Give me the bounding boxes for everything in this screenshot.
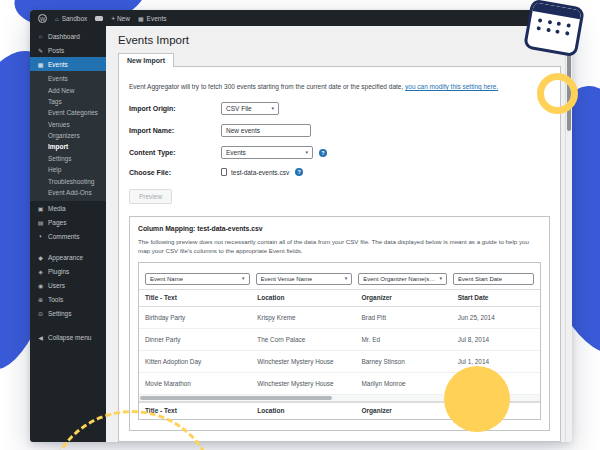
import-tabs: New Import <box>118 52 565 66</box>
sidebar-item-pages[interactable]: Pages <box>30 215 106 229</box>
sidebar-item-label: Appearance <box>48 254 83 261</box>
cell-title: Birthday Party <box>139 307 251 328</box>
site-name: Sandbox <box>62 15 88 22</box>
content-type-value: Events <box>226 149 246 156</box>
import-name-row: Import Name: <box>129 124 550 137</box>
content-type-select[interactable]: Events <box>221 146 313 159</box>
tab-new-import[interactable]: New Import <box>118 53 174 67</box>
column-select-value: Event Venue Name <box>261 276 313 282</box>
submenu-item-settings[interactable]: Settings <box>30 153 106 164</box>
submenu-item-events[interactable]: Events <box>30 73 106 84</box>
choose-file-label: Choose File: <box>129 169 215 176</box>
sidebar-item-tools[interactable]: Tools <box>30 292 106 306</box>
page-background: Sandbox + New Events den Da <box>0 0 600 450</box>
comments-bubble-icon[interactable] <box>95 16 103 21</box>
import-name-label: Import Name: <box>129 127 215 134</box>
import-name-input[interactable] <box>221 124 311 137</box>
content-type-row: Content Type: Events <box>129 146 550 159</box>
column-select-value: Event Start Date <box>458 276 502 282</box>
sidebar-item-plugins[interactable]: Plugins <box>30 264 106 278</box>
sidebar-item-events[interactable]: Events <box>30 57 106 71</box>
cell-organizer: Mr. Ed <box>356 329 452 350</box>
column-header: Organizer <box>356 403 452 419</box>
import-origin-label: Import Origin: <box>129 105 215 112</box>
home-icon <box>55 15 59 22</box>
column-select-1[interactable]: Event Name <box>145 273 250 285</box>
admin-sidebar: Dashboard Posts Events Events Add New Ta… <box>30 26 106 442</box>
submenu-item-help[interactable]: Help <box>30 164 106 175</box>
table-row: Birthday Party Krispy Kreme Brad Pitt Ju… <box>139 307 540 329</box>
posts-icon <box>37 47 44 54</box>
cell-title: Dinner Party <box>139 329 251 350</box>
collapse-icon <box>37 334 44 341</box>
fetch-limit-notice: Event Aggregator will try to fetch 300 e… <box>129 83 550 90</box>
decor-yellow-ring <box>537 73 578 114</box>
column-header: Title - Text <box>139 290 251 306</box>
sidebar-item-media[interactable]: Media <box>30 201 106 215</box>
cell-start-date: Jun 25, 2014 <box>452 307 540 328</box>
column-select-value: Event Name <box>150 276 183 282</box>
column-header: Start Date <box>452 290 540 306</box>
submenu-item-troubleshooting[interactable]: Troubleshooting <box>30 175 106 186</box>
column-select-3[interactable]: Event Organizer Name(s) or ID(s) <box>358 273 447 285</box>
dashboard-icon <box>37 33 44 39</box>
cell-title: Movie Marathon <box>139 373 251 394</box>
events-label: Events <box>147 15 167 22</box>
modify-setting-link[interactable]: you can modify this setting here. <box>405 83 498 90</box>
chevron-down-icon <box>345 276 348 281</box>
calendar-doodle <box>523 0 585 57</box>
help-icon[interactable] <box>319 149 327 157</box>
choose-file-row: Choose File: test-data-events.csv <box>129 168 550 176</box>
horizontal-scrollbar-thumb[interactable] <box>140 396 332 400</box>
import-origin-select[interactable]: CSV File <box>221 102 279 115</box>
sidebar-item-label: Media <box>48 205 66 212</box>
sidebar-item-label: Comments <box>48 233 79 240</box>
comments-icon <box>37 233 44 239</box>
plugins-icon <box>37 268 44 275</box>
preview-button[interactable]: Preview <box>129 189 172 204</box>
site-name-menu[interactable]: Sandbox <box>55 15 87 22</box>
cell-location: Krispy Kreme <box>251 307 355 328</box>
wordpress-logo-icon[interactable] <box>38 14 47 23</box>
column-header: Organizer <box>356 290 452 306</box>
new-content-menu[interactable]: + New <box>111 15 130 22</box>
category-select[interactable]: No Additional Categories <box>260 441 362 442</box>
submenu-item-add-new[interactable]: Add New <box>30 84 106 95</box>
settings-icon <box>37 310 44 317</box>
sidebar-item-posts[interactable]: Posts <box>30 43 106 57</box>
submenu-item-event-categories[interactable]: Event Categories <box>30 107 106 118</box>
sidebar-item-comments[interactable]: Comments <box>30 229 106 243</box>
submenu-item-event-add-ons[interactable]: Event Add-Ons <box>30 187 106 198</box>
sidebar-item-appearance[interactable]: Appearance <box>30 250 106 264</box>
collapse-menu-button[interactable]: Collapse menu <box>30 330 106 344</box>
events-admin-menu[interactable]: Events <box>138 15 167 22</box>
sidebar-item-dashboard[interactable]: Dashboard <box>30 29 106 43</box>
sidebar-item-settings[interactable]: Settings <box>30 306 106 320</box>
submenu-item-import[interactable]: Import <box>30 141 106 152</box>
import-origin-row: Import Origin: CSV File <box>129 102 550 115</box>
column-mapping-description: The following preview does not necessari… <box>138 237 541 256</box>
admin-bar: Sandbox + New Events den <box>30 10 572 26</box>
sidebar-item-users[interactable]: Users <box>30 278 106 292</box>
cell-location: Winchester Mystery House <box>251 373 355 394</box>
submenu-item-organizers[interactable]: Organizers <box>30 130 106 141</box>
tools-icon <box>37 296 44 303</box>
help-icon[interactable] <box>295 168 303 176</box>
cell-start-date: Jul 8, 2014 <box>452 329 540 350</box>
chevron-down-icon <box>271 106 274 111</box>
appearance-icon <box>37 254 44 261</box>
cell-organizer: Brad Pitt <box>356 307 452 328</box>
chevron-down-icon <box>440 276 443 281</box>
chevron-down-icon <box>242 276 245 281</box>
sidebar-item-label: Plugins <box>48 268 69 275</box>
column-select-2[interactable]: Event Venue Name <box>256 273 353 285</box>
events-icon <box>37 61 44 68</box>
submenu-item-tags[interactable]: Tags <box>30 96 106 107</box>
column-select-4[interactable]: Event Start Date <box>453 273 534 285</box>
sidebar-item-label: Tools <box>48 296 63 303</box>
cell-title: Kitten Adoption Day <box>139 351 251 372</box>
column-mapping-title: Column Mapping: test-data-events.csv <box>138 225 541 232</box>
events-submenu: Events Add New Tags Event Categories Ven… <box>30 71 106 201</box>
submenu-item-venues[interactable]: Venues <box>30 119 106 130</box>
sidebar-item-label: Dashboard <box>48 33 80 40</box>
